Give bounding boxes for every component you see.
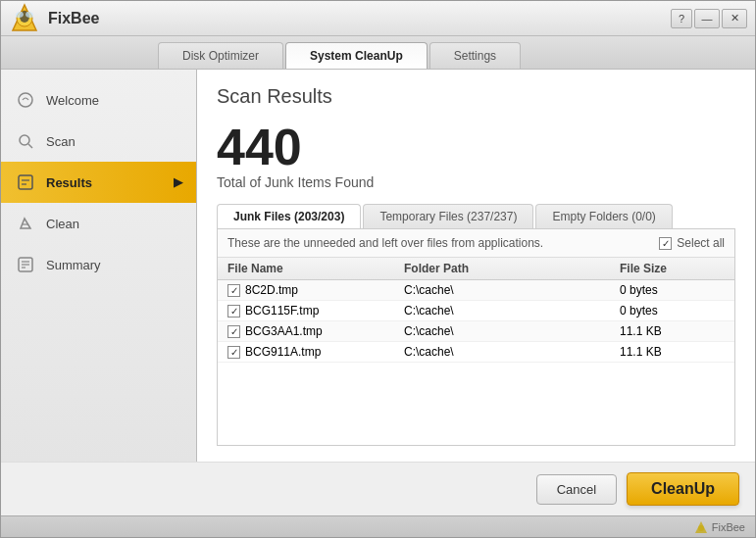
- select-all-label: Select all: [677, 236, 725, 250]
- file-cell-size: 0 bytes: [620, 283, 725, 297]
- table-row: BCG3AA1.tmp C:\cache\ 11.1 KB: [218, 321, 734, 342]
- svg-rect-8: [19, 175, 32, 189]
- file-name: BCG115F.tmp: [245, 304, 319, 318]
- select-all-checkbox[interactable]: [659, 237, 672, 250]
- svg-point-5: [19, 93, 32, 107]
- row-checkbox[interactable]: [227, 305, 240, 318]
- file-cell-name: BCG3AA1.tmp: [227, 324, 404, 338]
- file-size: 0 bytes: [620, 283, 658, 297]
- sidebar-label-clean: Clean: [46, 217, 79, 231]
- file-cell-path: C:\cache\: [404, 345, 620, 359]
- file-cell-size: 11.1 KB: [620, 324, 725, 338]
- main-window: FixBee ? — ✕ Disk Optimizer System Clean…: [0, 0, 756, 538]
- window-controls: ? — ✕: [671, 9, 747, 28]
- sidebar-item-clean[interactable]: Clean: [1, 203, 196, 244]
- file-path: C:\cache\: [404, 324, 454, 338]
- file-name: BCG911A.tmp: [245, 345, 321, 359]
- close-button[interactable]: ✕: [722, 9, 747, 28]
- sidebar-item-results[interactable]: Results ▶: [1, 162, 196, 203]
- results-icon: [15, 171, 36, 193]
- chevron-right-icon: ▶: [174, 175, 182, 189]
- file-cell-name: BCG911A.tmp: [227, 345, 404, 359]
- sidebar-label-welcome: Welcome: [46, 93, 99, 108]
- svg-line-7: [28, 144, 32, 148]
- table-row: 8C2D.tmp C:\cache\ 0 bytes: [218, 280, 734, 301]
- sidebar: Welcome Scan Results ▶ Clean: [1, 70, 197, 462]
- minimize-button[interactable]: —: [694, 9, 720, 28]
- file-cell-path: C:\cache\: [404, 283, 620, 297]
- status-text: FixBee: [694, 520, 745, 534]
- sub-tab-temp-files[interactable]: Temporary Files (237/237): [363, 204, 533, 228]
- file-path: C:\cache\: [404, 345, 454, 359]
- sidebar-item-welcome[interactable]: Welcome: [1, 79, 196, 121]
- row-checkbox[interactable]: [227, 325, 240, 338]
- file-cell-size: 0 bytes: [620, 304, 725, 318]
- sub-tabs: Junk Files (203/203) Temporary Files (23…: [217, 204, 735, 229]
- sidebar-label-summary: Summary: [46, 258, 101, 272]
- file-cell-name: BCG115F.tmp: [227, 304, 404, 318]
- footer: Cancel CleanUp: [1, 462, 755, 515]
- file-path: C:\cache\: [404, 304, 454, 318]
- junk-count: 440: [217, 122, 735, 172]
- file-table-header: File Name Folder Path File Size: [218, 258, 734, 280]
- statusbar-label: FixBee: [712, 521, 745, 533]
- statusbar-bee-icon: [694, 520, 708, 534]
- home-icon: [15, 89, 36, 111]
- svg-point-17: [698, 525, 704, 531]
- file-cell-size: 11.1 KB: [620, 345, 725, 359]
- sub-tab-empty-folders[interactable]: Empty Folders (0/0): [535, 204, 672, 228]
- sidebar-label-scan: Scan: [46, 134, 76, 149]
- tab-disk-optimizer[interactable]: Disk Optimizer: [158, 42, 283, 69]
- file-path: C:\cache\: [404, 283, 454, 297]
- clean-icon: [15, 213, 36, 234]
- file-cell-path: C:\cache\: [404, 324, 620, 338]
- col-filename: File Name: [227, 262, 404, 275]
- status-bar: FixBee: [1, 515, 755, 537]
- sidebar-item-scan[interactable]: Scan: [1, 121, 196, 162]
- junk-label: Total of Junk Items Found: [217, 174, 735, 190]
- app-title: FixBee: [48, 10, 671, 27]
- table-row: BCG911A.tmp C:\cache\ 11.1 KB: [218, 342, 734, 363]
- file-size: 11.1 KB: [620, 324, 662, 338]
- title-bar: FixBee ? — ✕: [1, 1, 755, 36]
- app-logo: [9, 3, 40, 34]
- file-table-body: 8C2D.tmp C:\cache\ 0 bytes BCG115F.tmp C…: [218, 280, 734, 445]
- row-checkbox[interactable]: [227, 346, 240, 359]
- main-content: Welcome Scan Results ▶ Clean: [1, 70, 755, 462]
- tabs-bar: Disk Optimizer System CleanUp Settings: [1, 36, 755, 70]
- file-name: 8C2D.tmp: [245, 283, 298, 297]
- sub-tab-junk-files[interactable]: Junk Files (203/203): [217, 204, 361, 228]
- summary-icon: [15, 254, 36, 275]
- panel-description: These are the unneeded and left over fil…: [227, 236, 543, 250]
- select-all-wrapper[interactable]: Select all: [659, 236, 725, 250]
- file-panel: These are the unneeded and left over fil…: [217, 229, 735, 446]
- col-size: File Size: [620, 262, 725, 275]
- file-name: BCG3AA1.tmp: [245, 324, 323, 338]
- file-panel-header: These are the unneeded and left over fil…: [218, 229, 734, 258]
- tab-settings[interactable]: Settings: [429, 42, 521, 69]
- sidebar-item-summary[interactable]: Summary: [1, 244, 196, 285]
- table-row: BCG115F.tmp C:\cache\ 0 bytes: [218, 301, 734, 321]
- file-size: 0 bytes: [620, 304, 658, 318]
- row-checkbox[interactable]: [227, 284, 240, 297]
- svg-point-6: [20, 135, 29, 145]
- help-button[interactable]: ?: [671, 9, 692, 28]
- col-folder: Folder Path: [404, 262, 620, 275]
- content-area: Scan Results 440 Total of Junk Items Fou…: [197, 70, 755, 462]
- file-cell-name: 8C2D.tmp: [227, 283, 404, 297]
- scan-icon: [15, 130, 36, 152]
- content-title: Scan Results: [217, 85, 735, 108]
- tab-system-cleanup[interactable]: System CleanUp: [285, 42, 428, 69]
- sidebar-label-results: Results: [46, 175, 92, 190]
- cleanup-button[interactable]: CleanUp: [627, 472, 739, 506]
- cancel-button[interactable]: Cancel: [536, 474, 617, 505]
- file-cell-path: C:\cache\: [404, 304, 620, 318]
- file-size: 11.1 KB: [620, 345, 662, 359]
